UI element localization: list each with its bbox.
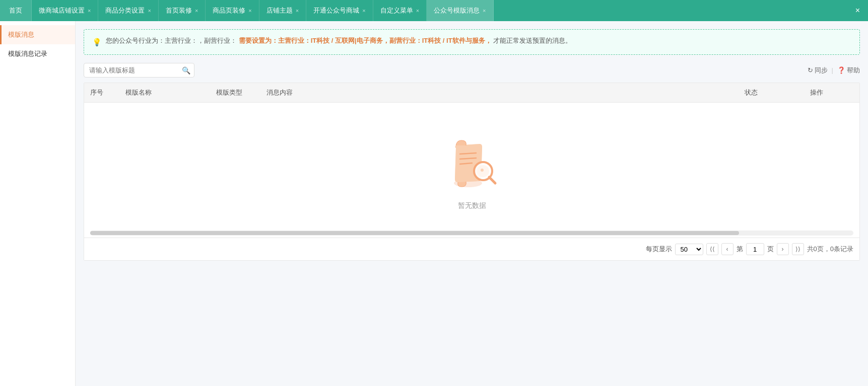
close-tab-template-msg[interactable]: × xyxy=(483,8,486,14)
col-header-content: 消息内容 xyxy=(260,83,739,102)
next-page-button[interactable]: › xyxy=(777,243,789,255)
close-tab-category-settings[interactable]: × xyxy=(148,8,151,14)
nav-tab-home-decor[interactable]: 首页装修× xyxy=(159,0,206,21)
sidebar-item-template-record[interactable]: 模版消息记录 xyxy=(0,44,75,63)
page-word: 第 xyxy=(737,245,743,254)
close-tab-home-decor[interactable]: × xyxy=(195,8,198,14)
search-input[interactable] xyxy=(84,63,194,78)
empty-state: 暂无数据 xyxy=(84,103,859,230)
horizontal-scrollbar[interactable] xyxy=(90,230,853,236)
close-tab-open-mall[interactable]: × xyxy=(362,8,365,14)
nav-tab-category-settings[interactable]: 商品分类设置× xyxy=(98,0,158,21)
table-header: 序号 模版名称 模版类型 消息内容 状态 操作 xyxy=(84,83,859,103)
sidebar-item-template-msg[interactable]: 模版消息 xyxy=(0,25,75,44)
top-nav: 首页微商城店铺设置×商品分类设置×首页装修×商品页装修×店铺主题×开通公众号商城… xyxy=(0,0,868,21)
nav-tab-open-mall[interactable]: 开通公众号商城× xyxy=(306,0,373,21)
page-size-label: 每页显示 xyxy=(646,245,672,254)
col-header-status: 状态 xyxy=(739,83,804,102)
notice-text: 您的公众号行业为：主营行业：，副营行业： 需要设置为：主营行业：IT科技 / 互… xyxy=(106,36,572,46)
notice-icon: 💡 xyxy=(92,36,102,48)
sync-icon: ↻ xyxy=(808,66,813,74)
close-tab-product-decor[interactable]: × xyxy=(248,8,251,14)
pagination: 每页显示 50 10 20 100 ⟨⟨ ‹ 第 页 › ⟩⟩ 共0页，0条记录 xyxy=(84,238,859,260)
help-icon: ❓ xyxy=(837,66,845,74)
page-unit: 页 xyxy=(767,245,774,254)
nav-tab-home[interactable]: 首页 xyxy=(0,0,32,21)
page-number-input[interactable] xyxy=(746,243,764,255)
first-page-button[interactable]: ⟨⟨ xyxy=(706,243,718,255)
sync-help-area: ↻ 同步 | ❓ 帮助 xyxy=(808,66,860,75)
prev-page-button[interactable]: ‹ xyxy=(721,243,733,255)
close-tab-store-theme[interactable]: × xyxy=(296,8,299,14)
svg-point-7 xyxy=(481,169,484,172)
sync-button[interactable]: ↻ 同步 xyxy=(808,66,828,75)
page-size-select[interactable]: 50 10 20 100 xyxy=(675,244,703,255)
last-page-button[interactable]: ⟩⟩ xyxy=(792,243,804,255)
search-icon[interactable]: 🔍 xyxy=(182,66,190,74)
col-header-name: 模版名称 xyxy=(119,83,210,102)
col-header-action: 操作 xyxy=(804,83,859,102)
help-button[interactable]: ❓ 帮助 xyxy=(837,66,860,75)
nav-tab-product-decor[interactable]: 商品页装修× xyxy=(206,0,259,21)
nav-tab-template-msg[interactable]: 公众号模版消息× xyxy=(427,0,493,21)
global-close-button[interactable]: × xyxy=(847,0,868,21)
divider: | xyxy=(832,66,833,74)
content-area: 💡 您的公众号行业为：主营行业：，副营行业： 需要设置为：主营行业：IT科技 /… xyxy=(76,21,868,386)
nav-tab-store-theme[interactable]: 店铺主题× xyxy=(259,0,306,21)
notice-banner: 💡 您的公众号行业为：主营行业：，副营行业： 需要设置为：主营行业：IT科技 /… xyxy=(84,29,860,55)
search-bar: 🔍 ↻ 同步 | ❓ 帮助 xyxy=(84,63,860,78)
main-layout: 模版消息模版消息记录 💡 您的公众号行业为：主营行业：，副营行业： 需要设置为：… xyxy=(0,21,868,386)
scroll-thumb[interactable] xyxy=(90,231,739,235)
empty-illustration xyxy=(442,133,502,193)
close-tab-custom-menu[interactable]: × xyxy=(416,8,419,14)
total-info: 共0页，0条记录 xyxy=(807,245,853,254)
nav-tab-store-settings[interactable]: 微商城店铺设置× xyxy=(32,0,98,21)
col-header-seq: 序号 xyxy=(84,83,119,102)
nav-tab-custom-menu[interactable]: 自定义菜单× xyxy=(373,0,427,21)
search-input-wrap: 🔍 xyxy=(84,63,194,78)
empty-text: 暂无数据 xyxy=(458,201,486,210)
col-header-type: 模版类型 xyxy=(210,83,260,102)
svg-line-8 xyxy=(489,177,495,183)
sidebar: 模版消息模版消息记录 xyxy=(0,21,76,386)
table: 序号 模版名称 模版类型 消息内容 状态 操作 xyxy=(84,83,860,261)
close-tab-store-settings[interactable]: × xyxy=(88,8,91,14)
